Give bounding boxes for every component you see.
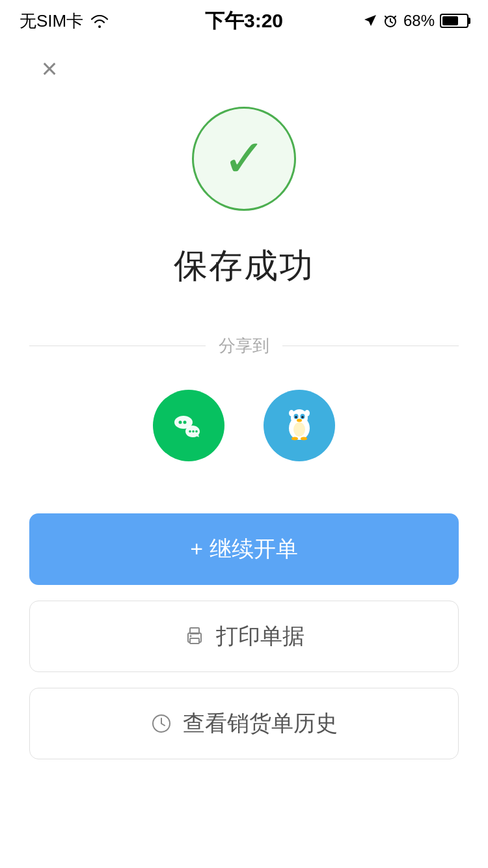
- status-bar: 无SIM卡 下午3:20 68%: [0, 0, 488, 42]
- history-icon: [150, 712, 172, 735]
- battery-percent: 68%: [403, 12, 435, 30]
- close-icon: ×: [42, 55, 58, 83]
- svg-point-22: [190, 635, 192, 637]
- success-circle: ✓: [192, 107, 296, 211]
- wechat-share-button[interactable]: [153, 390, 224, 461]
- history-button[interactable]: 查看销货单历史: [29, 688, 459, 759]
- svg-point-5: [192, 430, 195, 433]
- svg-point-3: [183, 421, 187, 424]
- history-label: 查看销货单历史: [183, 709, 338, 739]
- divider-left: [29, 346, 206, 346]
- status-right: 68%: [363, 12, 468, 30]
- checkmark-icon: ✓: [223, 133, 266, 185]
- svg-point-13: [297, 419, 302, 422]
- share-label: 分享到: [219, 334, 269, 357]
- action-buttons: + 继续开单 打印单据 查看销货单历史: [29, 513, 459, 759]
- svg-point-17: [289, 410, 294, 416]
- continue-order-label: + 继续开单: [190, 534, 297, 564]
- svg-point-14: [293, 422, 305, 437]
- svg-point-15: [291, 437, 298, 441]
- svg-point-18: [305, 410, 310, 416]
- print-button[interactable]: 打印单据: [29, 601, 459, 672]
- close-button[interactable]: ×: [31, 51, 68, 87]
- svg-point-16: [301, 437, 307, 441]
- location-icon: [363, 14, 377, 28]
- carrier-text: 无SIM卡: [20, 10, 83, 33]
- continue-order-button[interactable]: + 继续开单: [29, 513, 459, 585]
- alarm-icon: [383, 13, 398, 29]
- svg-point-2: [179, 421, 182, 424]
- share-buttons: [153, 390, 335, 461]
- svg-point-6: [195, 430, 198, 433]
- status-time: 下午3:20: [205, 8, 283, 34]
- svg-point-4: [189, 430, 191, 433]
- qq-icon: [278, 405, 320, 446]
- svg-point-10: [295, 416, 297, 418]
- print-icon: [183, 625, 206, 647]
- svg-point-12: [301, 416, 304, 418]
- wifi-icon: [90, 14, 109, 28]
- status-left: 无SIM卡: [20, 10, 109, 33]
- svg-rect-21: [190, 638, 199, 644]
- print-label: 打印单据: [216, 621, 305, 651]
- wechat-icon: [169, 406, 208, 445]
- battery-icon: [440, 14, 468, 28]
- share-divider: 分享到: [29, 334, 459, 357]
- divider-right: [282, 346, 459, 346]
- qq-share-button[interactable]: [264, 390, 335, 461]
- success-title: 保存成功: [174, 243, 314, 289]
- main-content: ✓ 保存成功 分享到: [0, 42, 488, 759]
